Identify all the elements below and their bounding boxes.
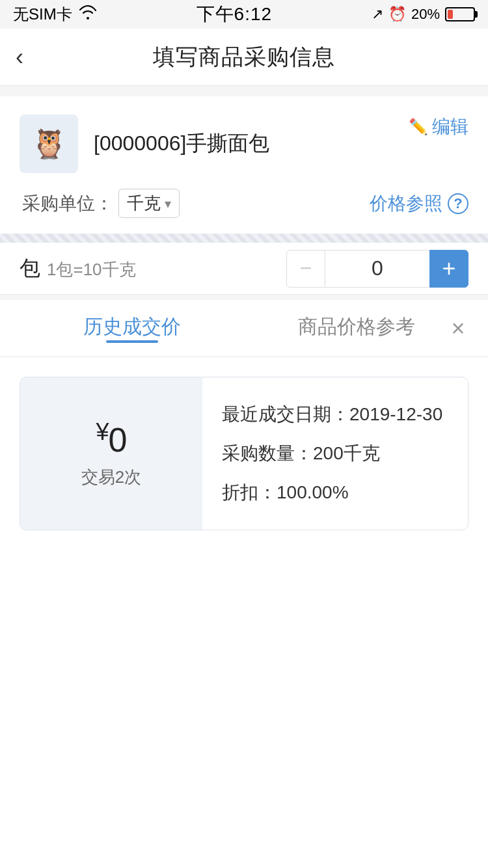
qty-input-group: − 0 + (286, 250, 468, 288)
location-icon: ↗ (372, 6, 383, 23)
battery-icon (445, 7, 475, 21)
discount-row: 折扣：100.00% (222, 479, 448, 506)
quantity-row: 包 1包=10千克 − 0 + (0, 243, 488, 295)
qty-plus-btn[interactable]: + (429, 250, 468, 288)
edit-label: 编辑 (432, 115, 468, 139)
qty-minus-btn[interactable]: − (286, 250, 325, 288)
price-display: ¥0 (96, 418, 127, 459)
product-logo: 🦉 (31, 127, 67, 161)
product-name: [0000006]手撕面包 (94, 129, 269, 158)
status-left: 无SIM卡 (13, 4, 97, 25)
edit-button[interactable]: ✏️ 编辑 (409, 115, 468, 139)
tab-underline (106, 340, 158, 343)
status-right: ↗ ⏰ 20% (372, 6, 475, 23)
price-ref-button[interactable]: 价格参照 ? (370, 191, 468, 216)
bottom-space (0, 556, 488, 868)
carrier-text: 无SIM卡 (13, 4, 72, 25)
price-value: 0 (109, 421, 127, 459)
recent-date-label: 最近成交日期： (222, 404, 349, 424)
unit-value: 千克 (127, 192, 161, 215)
unit-select[interactable]: 千克 ▾ (118, 189, 180, 218)
product-left: 🦉 [0000006]手撕面包 (20, 115, 269, 173)
discount-value: 100.00% (277, 482, 349, 502)
battery-percent: 20% (411, 6, 440, 23)
tab-content: ¥0 交易2次 最近成交日期：2019-12-30 采购数量：200千克 折扣：… (0, 357, 488, 556)
tab-price-ref[interactable]: 商品价格参考 (244, 314, 468, 343)
plus-icon: + (442, 255, 455, 282)
product-thumbnail: 🦉 (20, 115, 78, 173)
minus-icon: − (300, 256, 312, 280)
help-icon[interactable]: ? (448, 193, 468, 214)
tab-price-ref-label: 商品价格参考 (298, 316, 415, 337)
discount-label: 折扣： (222, 482, 277, 502)
price-ref-label: 价格参照 (370, 191, 442, 216)
purchase-qty-label: 采购数量： (222, 443, 313, 463)
recent-date-value: 2019-12-30 (349, 404, 442, 424)
back-button[interactable]: ‹ (16, 44, 23, 71)
alarm-icon: ⏰ (388, 6, 406, 23)
chevron-down-icon: ▾ (165, 196, 171, 211)
unit-row-left: 采购单位： 千克 ▾ (20, 189, 180, 218)
card-details-right: 最近成交日期：2019-12-30 采购数量：200千克 折扣：100.00% (202, 377, 468, 530)
product-unit-row: 采购单位： 千克 ▾ 价格参照 ? (20, 189, 468, 218)
wifi-icon (79, 5, 97, 23)
tab-section: 历史成交价 商品价格参考 × ¥0 交易2次 最近成交日期：2019-12-30 (0, 300, 488, 556)
tab-history-label: 历史成交价 (83, 316, 181, 337)
status-time: 下午6:12 (197, 2, 273, 27)
nav-bar: ‹ 填写商品采购信息 (0, 29, 488, 86)
qty-conversion: 1包=10千克 (47, 258, 136, 281)
product-header: 🦉 [0000006]手撕面包 ✏️ 编辑 (20, 115, 468, 173)
tab-header: 历史成交价 商品价格参考 × (0, 300, 488, 357)
page-title: 填写商品采购信息 (153, 42, 335, 72)
unit-label: 采购单位： (22, 191, 113, 216)
trade-count: 交易2次 (81, 466, 141, 489)
stripe-divider (0, 234, 488, 243)
tab-history-price[interactable]: 历史成交价 (20, 314, 244, 343)
edit-icon: ✏️ (409, 118, 428, 136)
recent-date-row: 最近成交日期：2019-12-30 (222, 401, 448, 428)
purchase-qty-row: 采购数量：200千克 (222, 440, 448, 467)
close-icon: × (451, 315, 465, 342)
history-card: ¥0 交易2次 最近成交日期：2019-12-30 采购数量：200千克 折扣：… (20, 377, 468, 530)
purchase-qty-value: 200千克 (313, 443, 380, 463)
battery-fill (448, 10, 453, 19)
status-bar: 无SIM卡 下午6:12 ↗ ⏰ 20% (0, 0, 488, 29)
qty-unit: 包 (20, 254, 40, 283)
qty-label-group: 包 1包=10千克 (20, 254, 286, 283)
tab-close-button[interactable]: × (444, 314, 472, 343)
product-section: 🦉 [0000006]手撕面包 ✏️ 编辑 采购单位： 千克 ▾ 价格参照 ? (0, 96, 488, 234)
card-price-left: ¥0 交易2次 (20, 377, 202, 530)
qty-input[interactable]: 0 (325, 250, 429, 288)
currency-symbol: ¥ (96, 418, 109, 445)
